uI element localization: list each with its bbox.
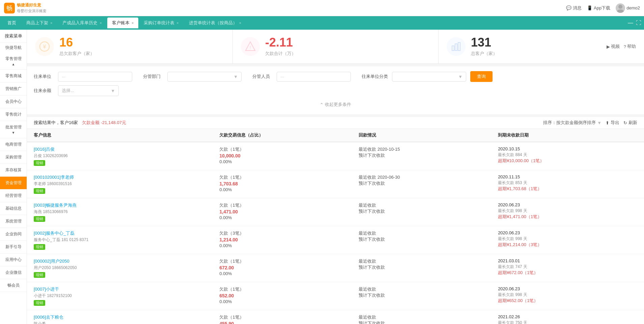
tab-maximize-button[interactable]: ⛶: [636, 20, 641, 26]
close-icon[interactable]: ×: [100, 21, 102, 25]
sidebar-item-system[interactable]: 系统管理: [0, 215, 27, 228]
due-date-6: 2020.06.23: [498, 286, 637, 291]
dept-label: 分管部门: [143, 73, 163, 80]
dept-select[interactable]: ▼: [167, 72, 242, 82]
chevron-down-icon: ▼: [111, 88, 115, 93]
overdue-link-4[interactable]: 超期¥1,214.00（3笔）: [498, 242, 637, 248]
sidebar-item-retail-mall[interactable]: 零售商城: [0, 70, 27, 83]
tab-purchase-stats-label: 进货单统计表（按商品）: [189, 20, 237, 26]
message-button[interactable]: 💬 消息: [566, 5, 582, 11]
table-row: [0002]服务中心_丁磊 服务中心_丁磊 181 0125 8371 现销 欠…: [27, 226, 644, 254]
user-menu[interactable]: demo2: [616, 3, 640, 13]
sidebar-item-enterprise-collab[interactable]: 企业协同: [0, 228, 27, 241]
sidebar-item-retail-mgmt[interactable]: 零售管理 ▲: [0, 53, 27, 70]
svg-rect-6: [452, 46, 454, 51]
customer-name-5[interactable]: [000002]用户2050: [34, 258, 219, 264]
sidebar-item-purchase[interactable]: 采购管理: [0, 151, 27, 164]
customer-name-4[interactable]: [0002]服务中心_丁磊: [34, 230, 219, 236]
tab-customer-account[interactable]: 客户账本 ×: [107, 18, 138, 28]
recovery-cell-6: 最近收款 预计下次收款: [359, 286, 498, 298]
balance-select[interactable]: 选择... ▼: [58, 85, 119, 96]
sidebar-item-new-guide[interactable]: 新手引导: [0, 241, 27, 254]
app-download-button[interactable]: 📱 App下载: [587, 5, 610, 11]
customer-phone-7: 陈小希: [34, 321, 219, 324]
overdue-link-6[interactable]: 超期¥652.00（1笔）: [498, 298, 637, 304]
overdue-link-3[interactable]: 超期¥1,471.00（1笔）: [498, 214, 637, 220]
main-content: ¥ 16 总欠款客户（家） ! -2.11 欠款合计（万）: [27, 30, 644, 324]
sidebar-item-new-guide-label: 新手引导: [5, 244, 22, 250]
sidebar-item-basic-info[interactable]: 基础信息: [0, 202, 27, 215]
stat-debt-customers: ¥ 16 总欠款客户（家）: [27, 30, 233, 63]
customer-name-1[interactable]: [0016]吕俊: [34, 146, 219, 152]
customer-phone-2: 李老师 18600391516: [34, 181, 219, 187]
debt-count-3: 欠款（1笔）: [219, 202, 359, 208]
last-payment-5: 最近收款: [359, 258, 498, 264]
stat-total-customers: 131 总客户（家） ▶ 视频 ? 帮助: [439, 30, 644, 63]
due-date-4: 2020.06.23: [498, 230, 637, 235]
debt-count-7: 欠款（1笔）: [219, 314, 359, 320]
sidebar-quick-nav[interactable]: 快捷导航: [0, 43, 27, 53]
sidebar-item-app-center[interactable]: 应用中心: [0, 254, 27, 266]
tab-product-history[interactable]: 产成品入库单历史 ×: [58, 18, 106, 28]
customer-name-2[interactable]: [0001020001]李老师: [34, 174, 219, 180]
sidebar-item-retail-mall-label: 零售商城: [5, 73, 22, 79]
close-icon[interactable]: ×: [50, 21, 52, 25]
manager-input[interactable]: ···: [277, 72, 351, 82]
overdue-link-2[interactable]: 超期¥1,703.68（1笔）: [498, 186, 637, 192]
sidebar-item-marketing[interactable]: 营销推广: [0, 83, 27, 95]
tab-product-offline[interactable]: 商品上下架 ×: [22, 18, 57, 28]
view-video-button[interactable]: ▶ 视频: [607, 43, 620, 50]
logo-area: 畅 畅捷通好生意 母婴行业演示账套: [4, 2, 47, 13]
filter-row-2: 往来余额 选择... ▼: [34, 85, 637, 96]
debt-count-5: 欠款（1笔）: [219, 258, 359, 264]
svg-point-0: [618, 5, 622, 9]
tab-purchase-stats[interactable]: 进货单统计表（按商品） ×: [184, 18, 246, 28]
tab-home[interactable]: 首页: [3, 18, 21, 28]
overdue-link-5[interactable]: 超期¥672.00（1笔）: [498, 270, 637, 276]
unit-classify-select[interactable]: ▼: [392, 72, 466, 82]
customer-cell-1: [0016]吕俊 吕俊 13026203696 现销: [34, 146, 219, 166]
customer-name-3[interactable]: [0003]畅捷服务尹海燕: [34, 202, 219, 208]
sidebar-item-retail-stats[interactable]: 零售统计: [0, 108, 27, 121]
close-icon[interactable]: ×: [132, 21, 134, 25]
sort-dropdown[interactable]: 排序：按欠款金额倒序排序 ▼: [543, 120, 601, 126]
chevron-down-icon: ▼: [233, 74, 238, 79]
from-unit-label: 往来单位: [34, 73, 54, 80]
tab-minimize-button[interactable]: —: [628, 20, 633, 26]
sidebar-item-finance[interactable]: 资金管理: [0, 177, 27, 189]
debt-amount-2: 1,703.68: [219, 181, 359, 186]
stat-total-customers-info: 131 总客户（家）: [471, 36, 497, 57]
due-cell-2: 2020.11.15 最长欠款 853 天 超期¥1,703.68（1笔）: [498, 174, 637, 192]
sidebar-item-ecommerce[interactable]: 电商管理: [0, 138, 27, 151]
close-icon[interactable]: ×: [239, 21, 241, 25]
sidebar-item-member[interactable]: 会员中心: [0, 95, 27, 108]
customer-tag-4: 现销: [34, 244, 45, 250]
export-button[interactable]: ⬆ 导出: [606, 120, 619, 126]
customer-cell-3: [0003]畅捷服务尹海燕 海燕 18513066976 现销: [34, 202, 219, 222]
sidebar-item-ops[interactable]: 经营管理: [0, 189, 27, 202]
manager-label: 分管人员: [252, 73, 273, 80]
search-button[interactable]: 查询: [470, 71, 493, 82]
collapse-more-conditions[interactable]: ⌃ 收起更多条件: [34, 99, 637, 110]
sidebar-item-batch-mgmt[interactable]: 批发管理 ▼: [0, 121, 27, 138]
refresh-button[interactable]: ↻ 刷新: [623, 120, 637, 126]
customer-name-6[interactable]: [0007]小进干: [34, 286, 219, 292]
sidebar-item-vip[interactable]: 畅会员: [0, 279, 27, 292]
sidebar-item-inventory[interactable]: 库存核算: [0, 164, 27, 177]
customer-name-7[interactable]: [0006]去下粮仓: [34, 314, 219, 320]
stat-debt-amount-info: -2.11 欠款合计（万）: [265, 36, 296, 57]
tab-purchase-order[interactable]: 采购订单统计表 ×: [139, 18, 183, 28]
recovery-cell-5: 最近收款 预计下次收款: [359, 258, 498, 270]
balance-placeholder: 选择...: [62, 88, 74, 94]
help-button[interactable]: ? 帮助: [624, 43, 636, 50]
search-menu[interactable]: 搜索菜单: [0, 30, 27, 43]
last-payment-1: 最近收款 2020-10-15: [359, 146, 498, 152]
sidebar-item-enterprise-wechat[interactable]: 企业微信: [0, 266, 27, 279]
debt-amount-1: 10,000.00: [219, 153, 359, 158]
customer-phone-4: 服务中心_丁磊 181 0125 8371: [34, 237, 219, 243]
from-unit-input[interactable]: ···: [58, 72, 132, 82]
close-icon[interactable]: ×: [176, 21, 178, 25]
table-row: [0003]畅捷服务尹海燕 海燕 18513066976 现销 欠款（1笔） 1…: [27, 198, 644, 226]
overdue-link-1[interactable]: 超期¥10,000.00（1笔）: [498, 158, 637, 164]
stat-debt-amount-number: -2.11: [265, 36, 296, 49]
